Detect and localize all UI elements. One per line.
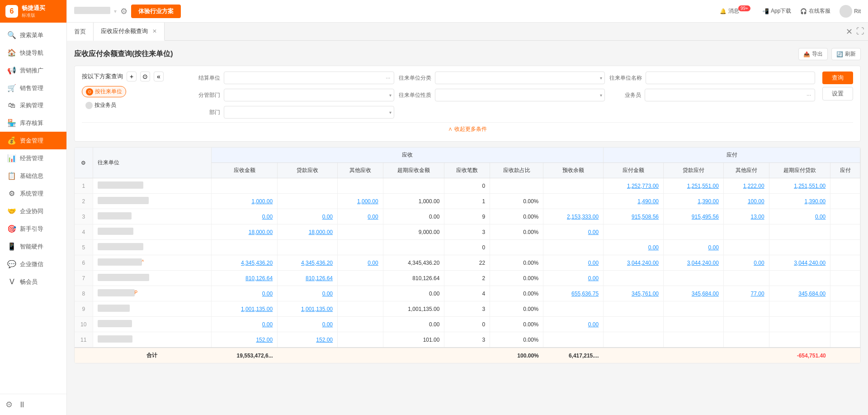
sidebar-item-marketing[interactable]: 📢 营销推广 [0,62,66,79]
download-action[interactable]: 📲 App下载 [762,7,791,15]
trial-button[interactable]: 体验行业方案 [131,5,181,18]
settlement-input[interactable]: ··· [224,72,394,84]
refresh-button[interactable]: 🔄 刷新 [831,48,861,60]
filter-tab-by-staff[interactable]: 按业务员 [82,100,120,110]
sidebar-item-search[interactable]: 🔍 搜索菜单 [0,26,66,44]
hardware-icon: 📱 [7,242,16,251]
tab-close-icon[interactable]: ✕ [152,28,157,34]
footer-collapse-icon[interactable]: ⏸ [18,400,26,410]
breadcrumb-arrow: ▾ [114,8,117,14]
table-container: ⚙ 往来单位 应收 应付 [75,148,860,363]
sidebar-item-purchase[interactable]: 🛍 采购管理 [0,97,66,114]
footer-settings-icon[interactable]: ⚙ [5,400,13,410]
tab-bar: 首页 应收应付余额查询 ✕ ✕ ⛶ [67,23,868,41]
notifications-label: 消息 [728,7,739,15]
collapse-icon: ∧ [448,126,453,132]
sidebar-item-finance-label: 资金管理 [20,137,43,145]
filter-tab-by-unit[interactable]: ⊙ 按往来单位 [82,86,126,97]
table-row: 30.000.000.000.0090.00%2,153,333.00915,5… [75,209,860,224]
tab-home[interactable]: 首页 [67,23,94,41]
tab-close-button[interactable]: ✕ [846,27,853,37]
sidebar-item-sales[interactable]: 🛒 销售管理 [0,79,66,97]
col-pay-other: 其他应付 [723,163,769,178]
manage-dept-select[interactable] [224,89,394,101]
sidebar-logo: 6 畅捷通买 标准版 [0,0,66,23]
unit-category-select[interactable] [435,72,604,84]
sidebar-item-wechat[interactable]: 💬 企业微信 [0,255,66,273]
search-icon: 🔍 [7,31,16,39]
unit-nature-label: 往来单位性质 [399,91,431,99]
settings-gear-icon[interactable]: ⚙ [120,6,127,16]
sidebar: 6 畅捷通买 标准版 🔍 搜索菜单 🏠 快捷导航 📢 营销推广 🛒 销售管理 🛍… [0,0,67,415]
table-row: 6^4,345,436.204,345,436.200.004,345,436.… [75,255,860,271]
tab-receivable[interactable]: 应收应付余额查询 ✕ [94,23,165,41]
salesperson-input[interactable]: ··· [645,89,815,101]
unit-nature-select[interactable] [435,89,604,101]
sidebar-item-basic-label: 基础信息 [20,172,43,180]
unit-name-cell [93,224,212,240]
sidebar-item-hardware-label: 智能硬件 [20,243,43,251]
sidebar-item-inventory[interactable]: 🏪 库存核算 [0,114,66,132]
unit-name-text-input[interactable] [650,75,811,81]
notification-badge: 99+ [738,5,750,11]
unit-name-cell [93,332,212,348]
sidebar-item-guide[interactable]: 🎯 新手引导 [0,220,66,238]
query-button[interactable]: 查询 [822,72,853,84]
user-info[interactable]: Rit [840,5,861,18]
unit-name-input[interactable] [646,72,815,84]
sidebar-item-enterprise[interactable]: 🤝 企业协同 [0,202,66,220]
home-icon: 🏠 [7,48,16,57]
unit-name-cell [93,271,212,286]
footer-empty-num [75,348,93,363]
unit-name-cell [93,240,212,255]
col-recv-overdue: 超期应收金额 [383,163,444,178]
unit-name-cell: P [93,286,212,301]
page-header: 应收应付余额查询(按往来单位) 📤 导出 🔄 刷新 [74,48,861,60]
sidebar-menu: 🔍 搜索菜单 🏠 快捷导航 📢 营销推广 🛒 销售管理 🛍 采购管理 🏪 库存核… [0,23,66,394]
sidebar-item-basic[interactable]: 📋 基础信息 [0,167,66,185]
username: Rit [854,8,861,14]
export-button[interactable]: 📤 导出 [798,48,828,60]
filter-settings-button[interactable]: ⊙ [140,72,150,81]
sidebar-item-finance[interactable]: 💰 资金管理 [0,132,66,149]
page-container: 应收应付余额查询(按往来单位) 📤 导出 🔄 刷新 按以下方案查询 + [67,41,868,371]
footer-recv-pre[interactable]: 6,417,215.... [543,348,604,363]
filter-row-unit-category: 往来单位分类 ▾ [399,72,604,84]
sidebar-item-vip[interactable]: Ⅴ 畅会员 [0,273,66,291]
filter-collapse-button[interactable]: « [154,72,164,81]
page-title: 应收应付余额查询(按往来单位) [74,49,173,59]
filter-settings-btn[interactable]: 设置 [822,87,853,100]
dept-select[interactable] [224,106,394,119]
filter-tabs: ⊙ 按往来单位 [82,86,181,97]
sidebar-item-guide-label: 新手引导 [20,225,43,233]
col-recv-pre: 预收余额 [543,163,604,178]
sidebar-item-operations[interactable]: 📊 经营管理 [0,149,66,167]
sidebar-item-marketing-label: 营销推广 [20,67,43,75]
sidebar-item-hardware[interactable]: 📱 智能硬件 [0,238,66,255]
col-settings-header[interactable]: ⚙ [75,148,93,178]
unit-category-label: 往来单位分类 [399,74,431,82]
sidebar-item-system[interactable]: ⚙ 系统管理 [0,185,66,202]
main-content: 应收应付余额查询(按往来单位) 📤 导出 🔄 刷新 按以下方案查询 + [67,41,868,415]
footer-recv-amount[interactable]: 19,553,472,6... [212,348,278,363]
sidebar-item-wechat-label: 企业微信 [20,260,43,268]
notifications-action[interactable]: 🔔 消息 99+ [720,7,753,15]
sidebar-item-quicknav[interactable]: 🏠 快捷导航 [0,44,66,62]
download-label: App下载 [771,7,791,15]
table-settings-icon[interactable]: ⚙ [81,160,86,166]
filter-row-salesperson: 业务员 ··· [609,89,815,101]
col-pay-amount: 应付金额 [604,163,664,178]
service-action[interactable]: 🎧 在线客服 [800,7,830,15]
tab-bar-right: ✕ ⛶ [846,27,868,37]
sidebar-item-inventory-label: 库存核算 [20,119,43,127]
filter-add-button[interactable]: + [127,72,137,81]
app-logo-icon: 6 [5,5,18,18]
footer-recv-other [338,348,383,363]
table-footer: 合计 19,553,472,6... 100.00% 6,417,215.... [75,348,860,363]
guide-icon: 🎯 [7,224,16,233]
download-icon: 📲 [762,8,769,14]
footer-recv-ratio: 100.00% [490,348,543,363]
collapse-more[interactable]: ∧ 收起更多条件 [82,122,853,136]
tab-expand-button[interactable]: ⛶ [856,27,864,36]
col-pay-overdue: 超期应付贷款 [769,163,830,178]
